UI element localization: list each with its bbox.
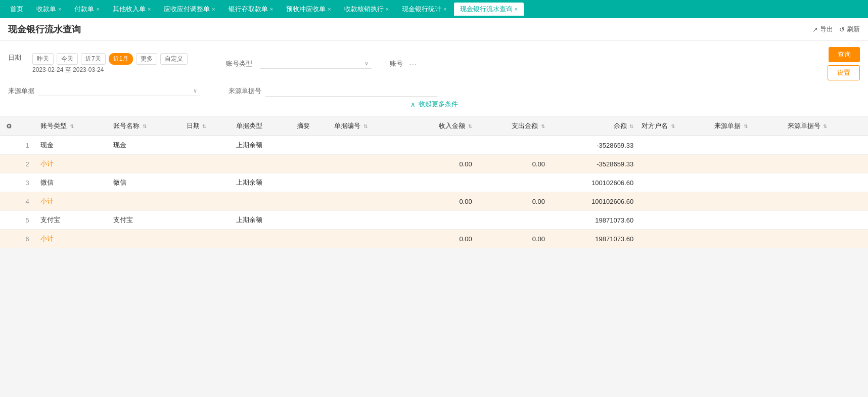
cell-doc-no xyxy=(330,136,403,155)
header-row: ⚙ 账号类型 ⇅ 账号名称 ⇅ 日期 ⇅ 单据类型 xyxy=(0,116,868,136)
nav-item-ar-ap-adjust[interactable]: 应收应付调整单× xyxy=(158,3,221,16)
cell-income: 0.00 xyxy=(403,230,476,248)
export-button[interactable]: ↗ 导出 xyxy=(812,25,833,34)
date-btn-更多[interactable]: 更多 xyxy=(136,53,157,65)
th-summary-label: 摘要 xyxy=(297,122,310,129)
th-account-name[interactable]: 账号名称 ⇅ xyxy=(109,116,182,136)
nav-item-receipt-verify[interactable]: 收款核销执行× xyxy=(338,3,395,16)
sort-expense-icon: ⇅ xyxy=(541,123,545,129)
cell-index: 1 xyxy=(18,136,36,155)
cell-summary xyxy=(293,192,330,211)
table-row: 1现金现金上期余额-3528659.33 xyxy=(0,136,868,155)
cell-source-doc-no xyxy=(784,173,868,192)
source-doc-no-group: 来源单据号 xyxy=(229,85,437,97)
nav-item-prepay[interactable]: 预收冲应收单× xyxy=(280,3,337,16)
cell-counterparty xyxy=(637,173,710,192)
nav-close-other-income[interactable]: × xyxy=(148,6,151,12)
cell-source-doc-no xyxy=(784,211,868,230)
nav-item-home[interactable]: 首页 xyxy=(4,3,29,16)
cell-balance: -3528659.33 xyxy=(549,155,637,173)
nav-close-receipt[interactable]: × xyxy=(58,6,61,12)
cell-source-doc xyxy=(710,211,783,230)
collapse-bar[interactable]: ∧ 收起更多条件 xyxy=(8,97,860,110)
sort-source-doc-no-icon: ⇅ xyxy=(823,123,827,129)
date-btn-昨天[interactable]: 昨天 xyxy=(32,53,54,65)
th-balance-label: 余额 xyxy=(614,122,627,129)
query-button[interactable]: 查询 xyxy=(829,47,860,62)
cell-summary xyxy=(293,230,330,248)
cell-account-type: 小计 xyxy=(36,155,109,173)
source-doc-select[interactable]: ∨ xyxy=(38,86,200,96)
cell-doc-no xyxy=(330,230,403,248)
sort-account-type-icon: ⇅ xyxy=(70,123,74,129)
sort-source-doc-icon: ⇅ xyxy=(744,123,748,129)
refresh-button[interactable]: ↺ 刷新 xyxy=(839,25,860,34)
account-type-select[interactable]: ∨ xyxy=(260,59,372,69)
nav-close-cash-bank-stat[interactable]: × xyxy=(443,6,446,12)
cell-index: 4 xyxy=(18,192,36,211)
cell-account-type: 微信 xyxy=(36,173,109,192)
th-balance[interactable]: 余额 ⇅ xyxy=(549,116,637,136)
cell-date xyxy=(182,192,232,211)
date-range-text: 2023-02-24 至 2023-03-24 xyxy=(32,66,188,74)
nav-close-prepay[interactable]: × xyxy=(328,6,331,12)
sort-income-icon: ⇅ xyxy=(468,123,472,129)
source-doc-no-label: 来源单据号 xyxy=(229,86,261,96)
nav-close-ar-ap-adjust[interactable]: × xyxy=(212,6,215,12)
nav-close-bank-deposit[interactable]: × xyxy=(270,6,273,12)
cell-balance: -3528659.33 xyxy=(549,136,637,155)
cell-balance: 100102606.60 xyxy=(549,192,637,211)
cell-doc-no xyxy=(330,192,403,211)
filter-buttons: 查询 设置 xyxy=(828,47,860,80)
cell-doc-type: 上期余额 xyxy=(232,136,293,155)
nav-item-cash-bank-query[interactable]: 现金银行流水查询× xyxy=(454,3,524,16)
date-btn-今天[interactable]: 今天 xyxy=(57,53,78,65)
collapse-label: 收起更多条件 xyxy=(419,100,458,109)
th-source-doc-no[interactable]: 来源单据号 ⇅ xyxy=(784,116,868,136)
cell-date xyxy=(182,230,232,248)
th-income[interactable]: 收入金额 ⇅ xyxy=(403,116,476,136)
account-dots[interactable]: ··· xyxy=(409,60,418,68)
nav-close-receipt-verify[interactable]: × xyxy=(386,6,389,12)
table-body: 1现金现金上期余额-3528659.332小计0.000.00-3528659.… xyxy=(0,136,868,248)
th-doc-no[interactable]: 单据编号 ⇅ xyxy=(330,116,403,136)
filter-area: 日期 昨天今天近7天近1月更多自定义 2023-02-24 至 2023-03-… xyxy=(0,41,868,116)
cell-counterparty xyxy=(637,230,710,248)
cell-counterparty xyxy=(637,155,710,173)
nav-item-receipt[interactable]: 收款单× xyxy=(30,3,67,16)
th-account-type[interactable]: 账号类型 ⇅ xyxy=(36,116,109,136)
th-expense-label: 支出金额 xyxy=(512,122,538,129)
cell-income xyxy=(403,211,476,230)
th-date[interactable]: 日期 ⇅ xyxy=(182,116,232,136)
table-row: 2小计0.000.00-3528659.33 xyxy=(0,155,868,173)
th-expense[interactable]: 支出金额 ⇅ xyxy=(476,116,549,136)
th-source-doc[interactable]: 来源单据 ⇅ xyxy=(710,116,783,136)
cell-index: 2 xyxy=(18,155,36,173)
th-settings[interactable]: ⚙ xyxy=(0,116,18,136)
th-doc-type-label: 单据类型 xyxy=(236,122,262,129)
table-row: 4小计0.000.00100102606.60 xyxy=(0,192,868,211)
data-table-container: ⚙ 账号类型 ⇅ 账号名称 ⇅ 日期 ⇅ 单据类型 xyxy=(0,116,868,248)
nav-item-payment[interactable]: 付款单× xyxy=(68,3,105,16)
source-doc-no-input[interactable] xyxy=(265,85,437,97)
nav-close-payment[interactable]: × xyxy=(96,6,99,12)
nav-item-other-income[interactable]: 其他收入单× xyxy=(107,3,157,16)
export-icon: ↗ xyxy=(812,26,818,33)
date-btn-近7天[interactable]: 近7天 xyxy=(81,53,106,65)
settings-button[interactable]: 设置 xyxy=(828,65,860,80)
cell-source-doc xyxy=(710,192,783,211)
cell-date xyxy=(182,155,232,173)
th-income-label: 收入金额 xyxy=(439,122,465,129)
th-counterparty-label: 对方户名 xyxy=(642,122,668,129)
nav-close-cash-bank-query[interactable]: × xyxy=(515,6,518,12)
th-counterparty[interactable]: 对方户名 ⇅ xyxy=(637,116,710,136)
cell-doc-type xyxy=(232,192,293,211)
date-btn-近1月[interactable]: 近1月 xyxy=(109,53,133,65)
nav-item-bank-deposit[interactable]: 银行存取款单× xyxy=(222,3,279,16)
cell-expense xyxy=(476,211,549,230)
top-nav: 首页收款单×付款单×其他收入单×应收应付调整单×银行存取款单×预收冲应收单×收款… xyxy=(0,0,868,18)
date-btn-自定义[interactable]: 自定义 xyxy=(160,53,188,65)
cell-doc-type xyxy=(232,155,293,173)
nav-item-cash-bank-stat[interactable]: 现金银行统计× xyxy=(396,3,452,16)
cell-source-doc-no xyxy=(784,155,868,173)
